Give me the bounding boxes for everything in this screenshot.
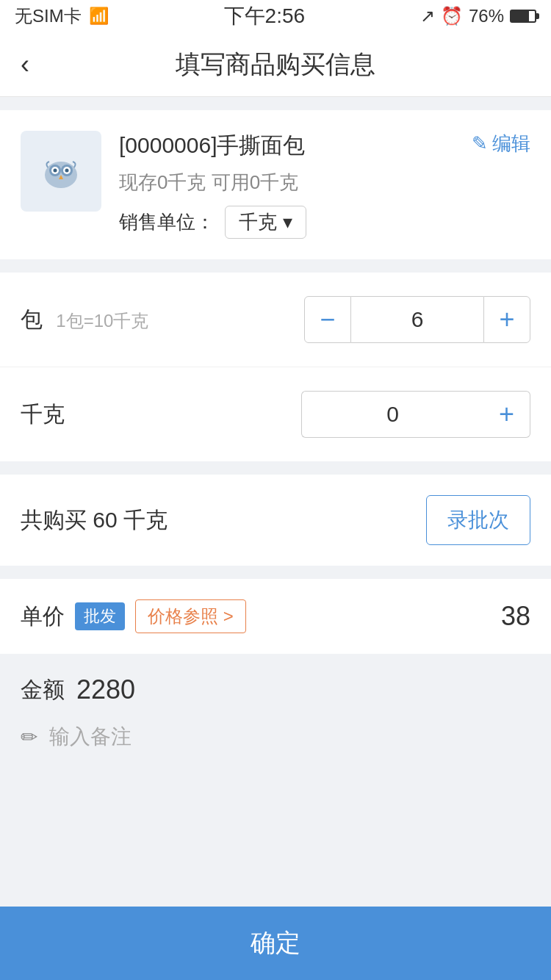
unit-label: 销售单位： [119, 209, 215, 235]
total-section: 共购买 60 千克 录批次 [0, 475, 551, 566]
wifi-icon: 📶 [89, 7, 109, 26]
price-ref-button[interactable]: 价格参照 > [135, 599, 246, 633]
amount-row: 金额 2280 [21, 674, 530, 705]
status-time: 下午2:56 [224, 2, 306, 30]
svg-point-6 [65, 169, 69, 173]
quantity-section: 包 1包=10千克 − + 千克 + [0, 273, 551, 461]
page-title: 填写商品购买信息 [176, 48, 375, 82]
price-tag: 批发 [75, 602, 125, 630]
kg-increment-button[interactable]: + [483, 391, 530, 438]
pencil-icon: ✏ [21, 725, 37, 749]
total-label: 共购买 60 千克 [21, 505, 168, 536]
quantity-row-bag: 包 1包=10千克 − + [0, 273, 551, 367]
product-image [21, 131, 101, 212]
back-button[interactable]: ‹ [21, 49, 29, 80]
product-stock: 现存0千克 可用0千克 [119, 170, 530, 195]
carrier-label: 无SIM卡 [15, 4, 82, 28]
kg-quantity-control: + [301, 391, 530, 438]
bag-decrement-button[interactable]: − [304, 296, 351, 343]
price-label-group: 单价 批发 价格参照 > [21, 599, 246, 633]
confirm-label: 确定 [251, 926, 300, 960]
bag-hint: 1包=10千克 [56, 311, 148, 331]
unit-value: 千克 [239, 209, 277, 235]
confirm-bar[interactable]: 确定 [0, 907, 551, 980]
bag-increment-button[interactable]: + [483, 296, 530, 343]
battery-icon [510, 10, 536, 23]
bag-label: 包 1包=10千克 [21, 305, 304, 335]
amount-value: 2280 [76, 674, 135, 705]
unit-dropdown-icon: ▾ [283, 211, 292, 234]
edit-button[interactable]: ✎ 编辑 [472, 131, 530, 156]
nav-bar: ‹ 填写商品购买信息 [0, 32, 551, 97]
price-label: 单价 [21, 602, 65, 632]
back-icon: ‹ [21, 49, 29, 79]
record-batch-button[interactable]: 录批次 [426, 495, 530, 545]
bag-quantity-control: − + [304, 296, 530, 343]
product-info: [0000006]手撕面包 现存0千克 可用0千克 销售单位： 千克 ▾ ✎ 编… [0, 110, 551, 259]
product-section: [0000006]手撕面包 现存0千克 可用0千克 销售单位： 千克 ▾ ✎ 编… [0, 110, 551, 259]
product-name: [0000006]手撕面包 [119, 131, 530, 161]
kg-label: 千克 [21, 400, 301, 430]
price-value: 38 [501, 601, 530, 632]
product-unit: 销售单位： 千克 ▾ [119, 206, 530, 239]
svg-point-5 [54, 169, 57, 173]
amount-section: 金额 2280 ✏ 输入备注 [0, 654, 551, 918]
kg-quantity-input[interactable] [301, 391, 483, 438]
quantity-row-kg: 千克 + [0, 367, 551, 461]
price-section: 单价 批发 价格参照 > 38 [0, 579, 551, 654]
bag-quantity-input[interactable] [351, 296, 483, 343]
battery-percent: 76% [469, 6, 504, 26]
location-icon: ↗ [420, 6, 435, 26]
status-right: ↗ ⏰ 76% [420, 6, 536, 26]
price-row: 单价 批发 价格参照 > 38 [21, 599, 530, 633]
status-bar: 无SIM卡 📶 下午2:56 ↗ ⏰ 76% [0, 0, 551, 32]
edit-icon: ✎ [472, 132, 488, 155]
notes-placeholder: 输入备注 [49, 723, 132, 751]
amount-label: 金额 [21, 675, 65, 705]
unit-selector[interactable]: 千克 ▾ [225, 206, 306, 239]
status-left: 无SIM卡 📶 [15, 4, 109, 28]
edit-label: 编辑 [492, 131, 530, 156]
notes-row[interactable]: ✏ 输入备注 [21, 723, 530, 751]
alarm-icon: ⏰ [441, 6, 463, 26]
product-details: [0000006]手撕面包 现存0千克 可用0千克 销售单位： 千克 ▾ [119, 131, 530, 239]
